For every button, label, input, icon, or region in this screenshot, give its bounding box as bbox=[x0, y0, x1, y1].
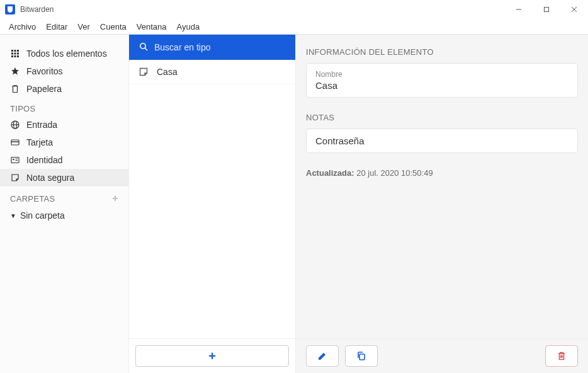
svg-rect-12 bbox=[17, 55, 19, 57]
svg-rect-11 bbox=[14, 55, 16, 57]
svg-point-22 bbox=[140, 43, 145, 48]
menu-editar[interactable]: Editar bbox=[41, 21, 72, 33]
updated-label: Actualizada: bbox=[306, 168, 354, 178]
menu-archivo[interactable]: Archivo bbox=[4, 21, 41, 33]
card-icon bbox=[10, 138, 20, 147]
sidebar: Todos los elementos Favoritos Papelera T… bbox=[0, 35, 129, 373]
svg-point-19 bbox=[13, 159, 14, 161]
menu-ventana[interactable]: Ventana bbox=[132, 21, 172, 33]
svg-rect-16 bbox=[11, 140, 19, 145]
maximize-button[interactable] bbox=[533, 0, 560, 19]
id-icon bbox=[10, 156, 20, 164]
copy-button[interactable] bbox=[345, 345, 378, 367]
svg-rect-5 bbox=[14, 50, 16, 52]
svg-rect-24 bbox=[359, 354, 365, 360]
sidebar-type-card[interactable]: Tarjeta bbox=[0, 134, 128, 151]
sidebar-item-favorites[interactable]: Favoritos bbox=[0, 62, 128, 80]
name-label: Nombre bbox=[315, 70, 568, 79]
grid-icon bbox=[10, 49, 20, 58]
caret-down-icon: ▼ bbox=[10, 212, 16, 219]
sidebar-item-trash[interactable]: Papelera bbox=[0, 80, 128, 98]
close-button[interactable] bbox=[560, 0, 588, 19]
note-icon bbox=[138, 66, 149, 77]
star-icon bbox=[10, 67, 20, 76]
name-value: Casa bbox=[315, 80, 568, 91]
detail-column: INFORMACIÓN DEL ELEMENTO Nombre Casa NOT… bbox=[296, 35, 588, 373]
titlebar: Bitwarden bbox=[0, 0, 588, 19]
app-title: Bitwarden bbox=[20, 5, 54, 14]
notes-header: NOTAS bbox=[306, 113, 578, 122]
sidebar-item-label: Papelera bbox=[26, 84, 62, 94]
add-item-button[interactable]: + bbox=[135, 345, 289, 367]
folders-header: CARPETAS + bbox=[0, 186, 128, 207]
sidebar-item-all[interactable]: Todos los elementos bbox=[0, 45, 128, 62]
sidebar-item-label: Nota segura bbox=[26, 173, 74, 183]
detail-content: INFORMACIÓN DEL ELEMENTO Nombre Casa NOT… bbox=[296, 35, 588, 338]
search-input[interactable] bbox=[154, 42, 285, 52]
window-controls bbox=[505, 0, 588, 19]
app-icon bbox=[5, 4, 15, 14]
svg-rect-8 bbox=[14, 53, 16, 55]
main: Todos los elementos Favoritos Papelera T… bbox=[0, 34, 588, 373]
sidebar-type-identity[interactable]: Identidad bbox=[0, 151, 128, 169]
menu-cuenta[interactable]: Cuenta bbox=[95, 21, 132, 33]
list-footer: + bbox=[129, 338, 295, 373]
list-item-name: Casa bbox=[157, 67, 178, 77]
notes-value: Contraseña bbox=[315, 135, 568, 146]
menu-ayuda[interactable]: Ayuda bbox=[171, 21, 205, 33]
globe-icon bbox=[10, 120, 20, 129]
types-header: TIPOS bbox=[0, 98, 128, 116]
list-column: Casa + bbox=[129, 35, 296, 373]
plus-icon: + bbox=[208, 349, 216, 364]
svg-line-23 bbox=[145, 48, 147, 50]
svg-rect-6 bbox=[17, 50, 19, 52]
svg-rect-4 bbox=[11, 50, 13, 52]
item-list: Casa bbox=[129, 60, 295, 338]
name-card: Nombre Casa bbox=[306, 63, 578, 98]
minimize-button[interactable] bbox=[505, 0, 533, 19]
search-icon bbox=[139, 42, 148, 53]
svg-rect-10 bbox=[11, 55, 13, 57]
svg-rect-18 bbox=[11, 158, 19, 163]
sidebar-item-label: Entrada bbox=[26, 120, 57, 130]
folder-label: Sin carpeta bbox=[20, 210, 65, 221]
delete-button[interactable] bbox=[545, 345, 578, 367]
sidebar-item-label: Identidad bbox=[26, 155, 63, 165]
sidebar-item-label: Todos los elementos bbox=[26, 49, 107, 59]
note-icon bbox=[10, 173, 20, 182]
svg-rect-1 bbox=[545, 8, 549, 12]
add-folder-button[interactable]: + bbox=[112, 193, 118, 204]
sidebar-type-note[interactable]: Nota segura bbox=[0, 169, 128, 186]
folder-no-folder[interactable]: ▼ Sin carpeta bbox=[0, 207, 128, 224]
trash-icon bbox=[10, 84, 20, 93]
sidebar-type-login[interactable]: Entrada bbox=[0, 116, 128, 134]
sidebar-item-label: Tarjeta bbox=[26, 137, 53, 147]
menu-ver[interactable]: Ver bbox=[72, 21, 95, 33]
info-header: INFORMACIÓN DEL ELEMENTO bbox=[306, 47, 578, 57]
menubar: Archivo Editar Ver Cuenta Ventana Ayuda bbox=[0, 19, 588, 34]
updated-value: 20 jul. 2020 10:50:49 bbox=[356, 168, 433, 178]
edit-button[interactable] bbox=[306, 345, 339, 367]
updated-line: Actualizada: 20 jul. 2020 10:50:49 bbox=[306, 168, 578, 178]
svg-rect-7 bbox=[11, 53, 13, 55]
search-bar bbox=[129, 35, 295, 60]
notes-card: Contraseña bbox=[306, 129, 578, 153]
detail-footer bbox=[296, 338, 588, 373]
list-item[interactable]: Casa bbox=[129, 60, 295, 84]
sidebar-item-label: Favoritos bbox=[26, 66, 63, 76]
svg-rect-9 bbox=[17, 53, 19, 55]
